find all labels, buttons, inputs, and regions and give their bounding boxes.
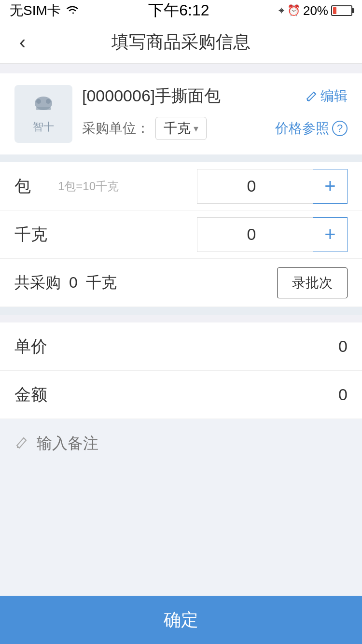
page-title: 填写商品采购信息 <box>111 30 251 54</box>
price-info-section: 单价 0 金额 0 <box>0 322 362 419</box>
kg-row: 千克 + <box>0 210 362 259</box>
bag-row: 包 1包=10千克 + <box>0 162 362 210</box>
product-image: 智十 <box>14 85 72 143</box>
product-card: 智十 [0000006]手撕面包 编辑 采购单位： 千克 ▾ <box>0 73 362 154</box>
total-value: 0 <box>69 274 78 291</box>
bag-sublabel: 1包=10千克 <box>58 179 197 194</box>
unit-selector[interactable]: 千克 ▾ <box>155 117 207 140</box>
price-ref-button[interactable]: 价格参照 ? <box>275 119 348 138</box>
amount-row: 金额 0 <box>0 371 362 419</box>
remark-section <box>0 419 362 467</box>
carrier-text: 无SIM卡 <box>10 1 61 20</box>
price-ref-label: 价格参照 <box>275 119 329 138</box>
product-info: [0000006]手撕面包 编辑 采购单位： 千克 ▾ 价格参照 <box>82 85 348 140</box>
svg-point-1 <box>36 99 41 104</box>
total-text: 共采购 0 千克 <box>14 272 117 294</box>
amount-label: 金额 <box>14 384 47 406</box>
unit-arrow-icon: ▾ <box>194 123 198 134</box>
unit-price-row: 单价 0 <box>0 322 362 371</box>
wifi-icon <box>66 3 79 18</box>
divider-1 <box>0 154 362 162</box>
pencil-icon <box>14 434 30 453</box>
amount-value: 0 <box>338 385 348 404</box>
bag-label: 包 <box>14 175 53 197</box>
product-name: [0000006]手撕面包 <box>82 85 221 107</box>
remark-input[interactable] <box>37 434 348 452</box>
record-batch-button[interactable]: 录批次 <box>277 267 348 298</box>
total-label: 共采购 <box>14 274 61 291</box>
status-time: 下午6:12 <box>148 0 209 21</box>
location-icon: ⌖ <box>278 4 284 17</box>
price-ref-icon: ? <box>332 121 348 136</box>
divider-2 <box>0 307 362 315</box>
product-brand-text: 智十 <box>33 120 54 134</box>
unit-price-label: 单价 <box>14 336 47 358</box>
total-row: 共采购 0 千克 录批次 <box>0 259 362 307</box>
edit-button[interactable]: 编辑 <box>305 87 348 105</box>
quantity-section: 包 1包=10千克 + 千克 + <box>0 162 362 259</box>
kg-label: 千克 <box>14 224 53 246</box>
kg-plus-button[interactable]: + <box>313 217 348 252</box>
battery-percent: 20% <box>303 3 328 18</box>
kg-input[interactable] <box>197 217 313 252</box>
confirm-button[interactable]: 确定 <box>0 596 362 644</box>
bag-control: + <box>197 169 348 204</box>
unit-value: 千克 <box>164 119 191 138</box>
confirm-label: 确定 <box>164 608 198 632</box>
kg-control: + <box>197 217 348 252</box>
bag-plus-button[interactable]: + <box>313 169 348 204</box>
total-unit: 千克 <box>86 274 117 291</box>
back-button[interactable]: ‹ <box>14 27 30 58</box>
bag-input[interactable] <box>197 169 313 204</box>
status-left: 无SIM卡 <box>10 1 79 20</box>
status-right: ⌖ ⏰ 20% <box>278 3 352 18</box>
content-body <box>0 467 362 612</box>
unit-price-value: 0 <box>338 337 348 356</box>
purchase-unit: 采购单位： 千克 ▾ <box>82 117 207 140</box>
edit-label: 编辑 <box>320 87 348 105</box>
status-bar: 无SIM卡 下午6:12 ⌖ ⏰ 20% <box>0 0 362 21</box>
purchase-unit-label: 采购单位： <box>82 119 150 138</box>
alarm-icon: ⏰ <box>287 4 300 17</box>
svg-rect-3 <box>36 107 51 110</box>
svg-point-2 <box>46 99 51 104</box>
nav-bar: ‹ 填写商品采购信息 <box>0 21 362 64</box>
battery-icon <box>331 5 352 16</box>
